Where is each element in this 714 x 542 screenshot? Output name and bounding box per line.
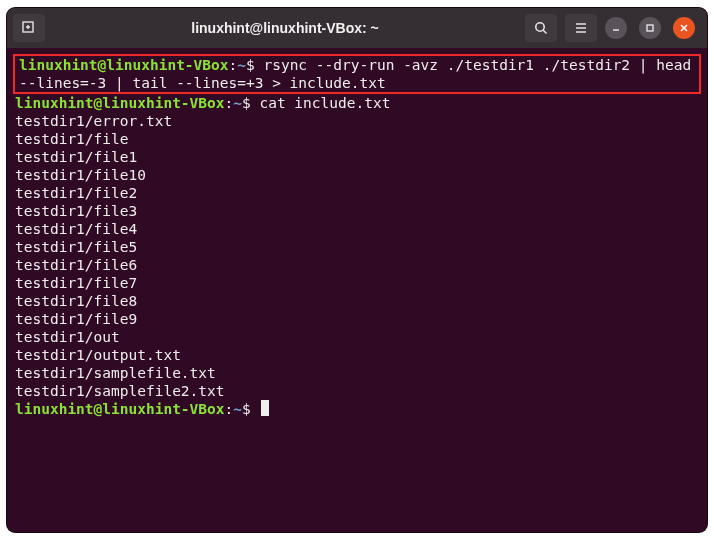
prompt-dollar: $	[246, 57, 255, 73]
maximize-icon	[645, 23, 655, 33]
output-line: testdir1/file1	[11, 148, 703, 166]
output-line: testdir1/file3	[11, 202, 703, 220]
output-line: testdir1/file10	[11, 166, 703, 184]
command-line-2: linuxhint@linuxhint-VBox:~$ cat include.…	[11, 94, 703, 112]
titlebar: linuxhint@linuxhint-VBox: ~	[7, 8, 707, 48]
output-line: testdir1/file8	[11, 292, 703, 310]
new-tab-icon	[21, 20, 37, 36]
prompt-user: linuxhint@linuxhint-VBox	[15, 401, 225, 417]
command-line-1: linuxhint@linuxhint-VBox:~$ rsync --dry-…	[17, 56, 697, 92]
search-icon	[533, 20, 549, 36]
output-line: testdir1/samplefile.txt	[11, 364, 703, 382]
close-icon	[679, 23, 689, 33]
prompt-path: ~	[233, 401, 242, 417]
prompt-user: linuxhint@linuxhint-VBox	[19, 57, 229, 73]
output-line: testdir1/file7	[11, 274, 703, 292]
highlighted-command: linuxhint@linuxhint-VBox:~$ rsync --dry-…	[13, 54, 701, 94]
hamburger-icon	[573, 20, 589, 36]
output-line: testdir1/output.txt	[11, 346, 703, 364]
search-button[interactable]	[525, 14, 557, 42]
cursor	[261, 400, 269, 416]
output-line: testdir1/file9	[11, 310, 703, 328]
output-line: testdir1/error.txt	[11, 112, 703, 130]
output-line: testdir1/file	[11, 130, 703, 148]
output-block: testdir1/error.txttestdir1/filetestdir1/…	[11, 112, 703, 400]
menu-button[interactable]	[565, 14, 597, 42]
close-button[interactable]	[673, 17, 695, 39]
prompt-sep: :	[229, 57, 238, 73]
minimize-button[interactable]	[605, 17, 627, 39]
prompt-path: ~	[233, 95, 242, 111]
prompt-dollar: $	[242, 401, 251, 417]
minimize-icon	[611, 23, 621, 33]
output-line: testdir1/file4	[11, 220, 703, 238]
svg-point-1	[536, 23, 544, 31]
prompt-dollar: $	[242, 95, 251, 111]
terminal-body[interactable]: linuxhint@linuxhint-VBox:~$ rsync --dry-…	[7, 48, 707, 532]
prompt-path: ~	[237, 57, 246, 73]
prompt-sep: :	[225, 95, 234, 111]
output-line: testdir1/file5	[11, 238, 703, 256]
svg-rect-4	[647, 25, 653, 31]
terminal-window: linuxhint@linuxhint-VBox: ~	[7, 8, 707, 532]
prompt-sep: :	[225, 401, 234, 417]
new-tab-button[interactable]	[13, 14, 45, 42]
output-line: testdir1/samplefile2.txt	[11, 382, 703, 400]
prompt-user: linuxhint@linuxhint-VBox	[15, 95, 225, 111]
window-controls	[605, 17, 701, 39]
command-text-2: cat include.txt	[259, 95, 390, 111]
prompt-idle: linuxhint@linuxhint-VBox:~$	[11, 400, 703, 418]
svg-line-2	[543, 30, 546, 33]
window-title: linuxhint@linuxhint-VBox: ~	[53, 20, 517, 36]
output-line: testdir1/out	[11, 328, 703, 346]
maximize-button[interactable]	[639, 17, 661, 39]
output-line: testdir1/file6	[11, 256, 703, 274]
output-line: testdir1/file2	[11, 184, 703, 202]
